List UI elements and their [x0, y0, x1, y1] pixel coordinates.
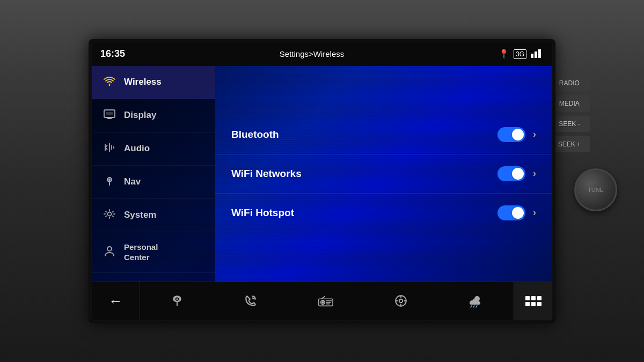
bluetooth-toggle[interactable]	[497, 127, 525, 142]
person-icon	[103, 246, 116, 259]
audio-icon	[103, 142, 116, 156]
breadcrumb: Settings>Wireless	[280, 49, 344, 58]
svg-rect-0	[531, 54, 533, 58]
wifi-hotspot-toggle[interactable]	[497, 205, 525, 220]
sidebar-audio-label: Audio	[124, 143, 150, 154]
screen: 16:35 Settings>Wireless 📍 3G	[92, 42, 552, 320]
bluetooth-row[interactable]: Bluetooth ›	[215, 115, 552, 154]
back-icon: ←	[109, 293, 123, 309]
sidebar-wireless-label: Wireless	[124, 77, 162, 87]
system-icon	[103, 209, 116, 222]
wifi-networks-controls: ›	[497, 166, 536, 181]
svg-rect-2	[538, 49, 541, 58]
signal-3g-icon: 3G	[514, 49, 526, 59]
sidebar-nav-label: Nav	[124, 176, 141, 187]
screen-bezel: 16:35 Settings>Wireless 📍 3G	[89, 39, 555, 323]
svg-line-28	[471, 306, 472, 307]
wifi-icon	[103, 76, 116, 89]
bottom-nav-phone[interactable]	[235, 290, 266, 312]
main-content: Wireless Display	[92, 66, 552, 282]
svg-rect-1	[535, 51, 537, 58]
back-button[interactable]: ←	[92, 282, 140, 320]
bottom-nav	[140, 282, 514, 320]
top-bar: 16:35 Settings>Wireless 📍 3G	[92, 42, 552, 66]
clock: 16:35	[100, 48, 125, 60]
display-icon	[103, 109, 116, 122]
sidebar-item-system[interactable]: System	[92, 199, 215, 232]
sidebar-personal-label: Personal Center	[124, 242, 158, 263]
sidebar-item-nav[interactable]: Nav	[92, 166, 215, 199]
svg-point-18	[176, 298, 178, 300]
location-icon: 📍	[499, 49, 509, 59]
sidebar-item-display[interactable]: Display	[92, 99, 215, 132]
svg-point-16	[107, 247, 112, 251]
sidebar-display-label: Display	[124, 110, 156, 121]
signal-bars-icon	[531, 48, 544, 60]
wifi-networks-chevron[interactable]: ›	[533, 168, 536, 179]
apps-button[interactable]	[514, 282, 552, 320]
content-area: Bluetooth › WiFi Networks ›	[215, 66, 552, 282]
wifi-networks-toggle[interactable]	[497, 166, 525, 181]
wifi-networks-row[interactable]: WiFi Networks ›	[215, 154, 552, 194]
bluetooth-controls: ›	[497, 127, 536, 142]
sidebar: Wireless Display	[92, 66, 215, 282]
car-frame: RADIO MEDIA SEEK - SEEK + TUNE 16:35 Set…	[0, 0, 644, 362]
wifi-hotspot-chevron[interactable]: ›	[533, 207, 536, 218]
nav-icon	[103, 175, 116, 189]
bottom-nav-radio[interactable]	[309, 290, 342, 312]
bottom-nav-weather[interactable]	[459, 290, 492, 312]
bluetooth-label: Bluetooth	[231, 129, 279, 141]
svg-line-30	[476, 306, 477, 307]
sidebar-system-label: System	[124, 210, 156, 220]
svg-point-15	[108, 212, 112, 216]
wifi-networks-label: WiFi Networks	[231, 168, 302, 180]
tune-knob[interactable]: TUNE	[574, 168, 617, 211]
bottom-nav-location[interactable]	[162, 290, 193, 312]
bottom-nav-media[interactable]	[385, 290, 416, 312]
bluetooth-chevron[interactable]: ›	[533, 129, 536, 140]
svg-point-21	[322, 301, 324, 303]
sidebar-item-audio[interactable]: Audio	[92, 132, 215, 166]
status-icons: 📍 3G	[499, 48, 544, 60]
svg-point-14	[109, 179, 111, 180]
bottom-bar: ←	[92, 282, 552, 320]
apps-grid-icon	[525, 296, 541, 306]
svg-rect-6	[106, 112, 113, 115]
sidebar-item-personal[interactable]: Personal Center	[92, 232, 215, 273]
svg-point-26	[399, 299, 402, 303]
wifi-hotspot-controls: ›	[497, 205, 536, 220]
wifi-hotspot-label: WiFi Hotspot	[231, 207, 294, 219]
wifi-hotspot-row[interactable]: WiFi Hotspot ›	[215, 194, 552, 232]
tune-label: TUNE	[588, 187, 604, 193]
svg-line-29	[473, 306, 474, 307]
sidebar-item-wireless[interactable]: Wireless	[92, 66, 215, 99]
